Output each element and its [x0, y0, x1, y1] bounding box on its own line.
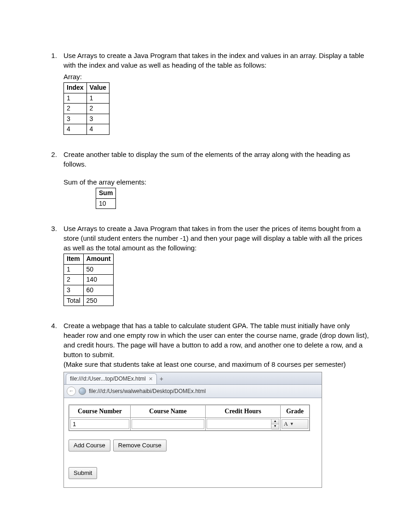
grade-select[interactable]: A ▼ — [282, 419, 308, 429]
q1-text: Use Arrays to create a Java Program that… — [63, 52, 364, 69]
browser-window: file:///d:/User...top/DOMEx.html ✕ + ← f… — [63, 372, 322, 488]
gpa-row: ▲ ▼ A ▼ — [69, 417, 310, 431]
table-row: 33 — [64, 114, 110, 124]
table-row: 22 — [64, 104, 110, 114]
credit-hours-spinner[interactable]: ▲ ▼ — [207, 419, 279, 429]
chevron-down-icon: ▼ — [290, 421, 294, 427]
q1-table: Index Value 11 22 33 44 — [63, 82, 110, 135]
q1-th-value: Value — [86, 83, 110, 93]
browser-tab[interactable]: file:///d:/User...top/DOMEx.html ✕ — [66, 373, 157, 384]
question-3: Use Arrays to create a Java Program that… — [59, 224, 369, 306]
add-course-button[interactable]: Add Course — [69, 439, 110, 451]
course-number-input[interactable] — [70, 419, 129, 429]
close-icon[interactable]: ✕ — [149, 376, 153, 382]
q1-array-label: Array: — [63, 72, 369, 81]
course-name-input[interactable] — [132, 419, 204, 429]
globe-icon — [79, 387, 86, 395]
submit-button[interactable]: Submit — [69, 467, 97, 479]
spinner-up-icon[interactable]: ▲ — [271, 419, 279, 424]
table-row: 150 — [64, 264, 114, 275]
table-row: Total250 — [64, 295, 114, 306]
q2-text: Create another table to display the sum … — [63, 150, 350, 168]
q3-th-amount: Amount — [83, 254, 114, 265]
table-row: 44 — [64, 124, 110, 135]
grade-value: A — [284, 420, 288, 428]
q2-th-sum: Sum — [96, 188, 116, 198]
q4-note: (Make sure that students take at least o… — [63, 360, 346, 368]
browser-addressbar: ← file:///d:/Users/walwehaibi/Desktop/DO… — [64, 385, 322, 398]
q3-th-item: Item — [64, 254, 84, 265]
gpa-table: Course Number Course Name Credit Hours G… — [69, 405, 310, 431]
question-2: Create another table to display the sum … — [59, 150, 369, 209]
remove-course-button[interactable]: Remove Course — [113, 439, 167, 451]
url-text: file:///d:/Users/walwehaibi/Desktop/DOME… — [89, 387, 206, 395]
q4-text: Create a webpage that has a table to cal… — [63, 322, 369, 359]
q2-sum-label: Sum of the array elements: — [63, 177, 369, 187]
q3-table: Item Amount 150 2140 360 Total250 — [63, 254, 114, 306]
table-row: 360 — [64, 285, 114, 295]
question-list: Use Arrays to create a Java Program that… — [46, 51, 369, 488]
gpa-th-coursenum: Course Number — [69, 405, 131, 417]
gpa-th-grade: Grade — [281, 405, 310, 417]
table-row: 11 — [64, 93, 110, 104]
q3-text: Use Arrays to create a Java Program that… — [63, 225, 363, 252]
credit-hours-field[interactable] — [207, 419, 271, 429]
gpa-th-coursename: Course Name — [131, 405, 206, 417]
tab-title: file:///d:/User...top/DOMEx.html — [70, 375, 146, 383]
q2-table: Sum 10 — [96, 188, 116, 209]
table-row: 2140 — [64, 275, 114, 285]
spinner-down-icon[interactable]: ▼ — [271, 424, 279, 429]
question-1: Use Arrays to create a Java Program that… — [59, 51, 369, 135]
q1-th-index: Index — [64, 83, 87, 93]
browser-tabbar: file:///d:/User...top/DOMEx.html ✕ + — [64, 372, 322, 385]
new-tab-button[interactable]: + — [160, 375, 163, 385]
q2-td-sum: 10 — [96, 198, 116, 209]
back-button[interactable]: ← — [67, 387, 76, 396]
gpa-th-credit: Credit Hours — [206, 405, 281, 417]
question-4: Create a webpage that has a table to cal… — [59, 321, 369, 488]
browser-page: Course Number Course Name Credit Hours G… — [64, 398, 322, 487]
